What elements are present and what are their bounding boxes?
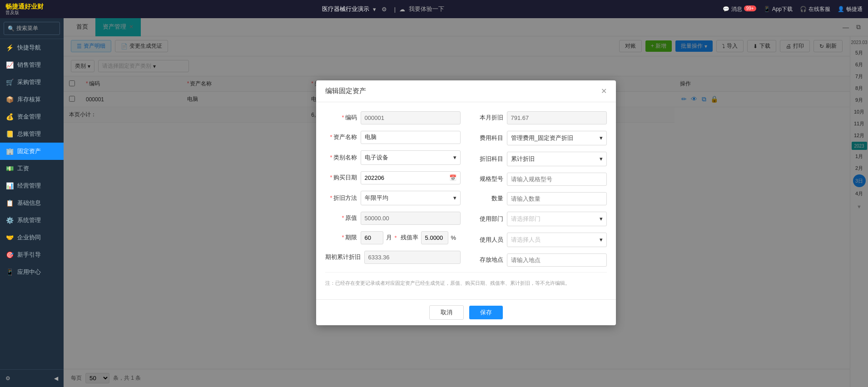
period-input[interactable] [361,231,383,244]
monthly-depr-label: 本月折旧 [471,114,503,122]
form-row-spec-model: 规格型号 [471,173,607,186]
guide-icon: 🎯 [5,251,14,259]
search-icon: 🔍 [8,25,15,32]
sidebar-bottom: ⚙ ◀ [0,369,64,387]
modal-overlay: 编辑固定资产 ✕ *编码 [64,18,868,387]
sidebar-search-button[interactable]: 🔍 搜索菜单 [4,22,60,35]
message-label: 消息 [731,5,742,13]
storage-label: 存放地点 [471,256,503,264]
chevron-down-icon: ▾ [600,236,603,243]
form-divider [325,272,607,273]
form-row-category: *类别名称 电子设备 ▾ [325,150,461,165]
depreciation-method-label: *折旧方法 [325,194,357,202]
spec-model-input[interactable] [507,173,607,186]
depreciation-subject-select[interactable]: 累计折旧 ▾ [507,152,607,166]
sidebar-item-payroll[interactable]: 💵 工资 [0,160,64,177]
sidebar-item-ledger[interactable]: 📒 总账管理 [0,125,64,143]
experience-btn[interactable]: 我要体验一下 [409,5,444,13]
residual-rate-unit: % [451,234,456,241]
save-button[interactable]: 保存 [469,306,503,319]
sidebar-item-label: 快捷导航 [17,44,41,52]
collapse-sidebar-btn[interactable]: ◀ [52,373,60,383]
online-service-label: 在线客服 [808,5,830,13]
period-group: 月 * 残值率 % [361,231,461,244]
settings-bottom-btn[interactable]: ⚙ [4,373,12,383]
online-service-item[interactable]: 🎧 在线客服 [800,5,830,13]
sidebar-item-label: 企业协同 [17,233,41,242]
calendar-icon[interactable]: 📅 [446,172,460,184]
period-unit: 月 [386,233,392,242]
sidebar-item-label: 基础信息 [17,199,41,207]
personnel-select[interactable]: 请选择人员 ▾ [507,233,607,247]
sidebar-item-sales[interactable]: 📈 销售管理 [0,56,64,74]
sidebar-item-base-info[interactable]: 📋 基础信息 [0,194,64,212]
sidebar-item-operations[interactable]: 📊 经营管理 [0,177,64,194]
sidebar-item-enterprise[interactable]: 🤝 企业协同 [0,229,64,246]
dropdown-icon[interactable]: ▾ [373,6,376,13]
sidebar-item-app-center[interactable]: 📱 应用中心 [0,263,64,281]
chevron-down-icon: ▾ [453,194,456,201]
settings-icon[interactable]: ⚙ [382,6,387,13]
original-value-input[interactable] [361,212,461,225]
app-download-item[interactable]: 📱 App下载 [764,5,793,13]
purchase-date-field: 📅 [361,171,461,184]
chevron-down-icon: ▾ [453,154,456,161]
department-select[interactable]: 请选择部门 ▾ [507,212,607,226]
chevron-down-icon: ▾ [600,134,603,141]
sidebar-item-inventory[interactable]: 📦 库存核算 [0,91,64,108]
finance-icon: 💰 [5,113,14,121]
code-input[interactable] [361,111,461,124]
sidebar-item-guide[interactable]: 🎯 新手引导 [0,246,64,263]
inventory-icon: 📦 [5,95,14,104]
message-item[interactable]: 💬 消息 99+ [723,5,756,13]
sidebar-nav: ⚡ 快捷导航 📈 销售管理 🛒 采购管理 📦 库存核算 💰 资金管理 [0,39,64,369]
user-item[interactable]: 👤 畅捷通 [838,5,863,13]
spec-model-label: 规格型号 [471,175,503,183]
original-value-label: *原值 [325,214,357,222]
storage-input[interactable] [507,253,607,267]
company-name: 医疗器械行业演示 [322,5,369,13]
sidebar-item-finance[interactable]: 💰 资金管理 [0,108,64,125]
purchase-date-label: *购买日期 [325,174,357,182]
app-edition: 普及版 [5,10,44,15]
app-center-icon: 📱 [5,268,14,276]
period-label: *期限 [325,233,357,242]
form-row-expense-subject: 费用科目 管理费用_固定资产折旧 ▾ [471,131,607,145]
fixed-assets-icon: 🏢 [5,147,14,155]
sidebar-item-label: 经营管理 [17,182,41,190]
form-row-purchase-date: *购买日期 📅 [325,171,461,184]
purchase-icon: 🛒 [5,78,14,86]
sidebar: 🔍 搜索菜单 ⚡ 快捷导航 📈 销售管理 🛒 采购管理 📦 [0,18,64,387]
purchase-date-input[interactable] [361,172,446,184]
download-icon: 📱 [764,6,770,12]
headset-icon: 🎧 [800,6,807,12]
residual-rate-input[interactable] [421,231,448,244]
asset-name-input[interactable] [361,131,461,144]
sidebar-item-label: 采购管理 [17,78,41,86]
personnel-label: 使用人员 [471,236,503,244]
sidebar-item-fixed-assets[interactable]: 🏢 固定资产 [0,143,64,160]
modal-close-btn[interactable]: ✕ [601,87,607,95]
quantity-input[interactable] [507,192,607,205]
depreciation-method-select[interactable]: 年限平均 ▾ [361,191,461,205]
form-row-department: 使用部门 请选择部门 ▾ [471,212,607,226]
form-left-col: *编码 *资产名称 [325,111,461,268]
chevron-down-icon: ▾ [600,155,603,162]
content-area: 首页 资产管理 ✕ — ⧉ ☰ 资产明细 [64,18,868,387]
category-label: *类别名称 [325,154,357,162]
modal-note: 注：已经存在变更记录或者对应固定资产已经生成凭证，原值、购买日期、残值率、累计折… [325,276,607,290]
sidebar-item-system[interactable]: ⚙️ 系统管理 [0,212,64,229]
main-area: 🔍 搜索菜单 ⚡ 快捷导航 📈 销售管理 🛒 采购管理 📦 [0,18,868,387]
form-row-depreciation-method: *折旧方法 年限平均 ▾ [325,191,461,205]
cloud-icon: ☁ [399,6,405,13]
sidebar-item-purchase[interactable]: 🛒 采购管理 [0,74,64,91]
form-row-depreciation-subject: 折旧科目 累计折旧 ▾ [471,152,607,166]
sidebar-item-label: 库存核算 [17,95,41,104]
operations-icon: 📊 [5,182,14,190]
sidebar-item-quick-nav[interactable]: ⚡ 快捷导航 [0,39,64,56]
app-container: 畅捷通好业财 普及版 医疗器械行业演示 ▾ ⚙ | ☁ 我要体验一下 💬 消息 … [0,0,868,387]
cancel-button[interactable]: 取消 [429,305,464,320]
expense-subject-select[interactable]: 管理费用_固定资产折旧 ▾ [507,131,607,145]
initial-depreciation-input[interactable] [364,251,461,264]
category-select[interactable]: 电子设备 ▾ [361,150,461,165]
